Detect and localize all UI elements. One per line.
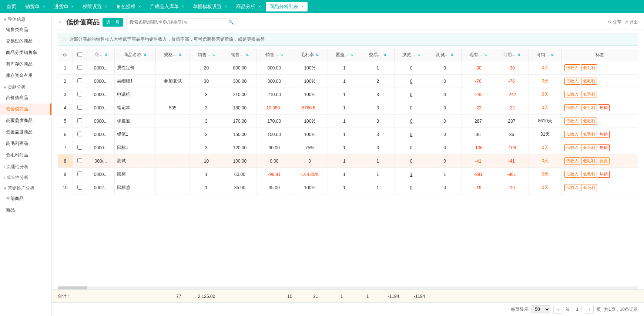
search-icon[interactable]: 🔍 xyxy=(228,20,234,25)
row-checkbox[interactable] xyxy=(77,158,82,163)
cell-view1[interactable]: 0 xyxy=(395,128,428,141)
view1-link[interactable]: 0 xyxy=(410,105,413,111)
next-page-btn[interactable]: › xyxy=(585,305,594,314)
h-scrollbar-thumb[interactable] xyxy=(58,286,87,289)
th-stock1[interactable]: 现有... ⇅ xyxy=(462,49,495,61)
sidebar-item-low-profit[interactable]: 低毛利商品 xyxy=(0,149,51,161)
cell-view1[interactable]: 0 xyxy=(395,154,428,168)
cell-checkbox[interactable] xyxy=(73,154,87,168)
sidebar-item-traded-goods[interactable]: 交易过的商品 xyxy=(0,35,51,47)
sidebar-item-category-rate[interactable]: 商品分类销售率 xyxy=(0,47,51,58)
th-sales1[interactable]: 销售... ⇅ xyxy=(223,49,256,61)
h-scrollbar-track[interactable] xyxy=(58,286,638,289)
close-sales-icon[interactable]: × xyxy=(43,4,45,9)
view1-link[interactable]: 0 xyxy=(410,159,413,164)
close-analysis-icon[interactable]: × xyxy=(258,4,261,9)
group-overall[interactable]: ∨ 整体信息 xyxy=(0,13,51,24)
th-view2[interactable]: 浏览... ⇅ xyxy=(428,49,461,61)
row-checkbox[interactable] xyxy=(77,171,82,176)
cell-view1[interactable]: 0 xyxy=(395,101,428,115)
cell-view1[interactable]: 0 xyxy=(395,141,428,154)
cell-checkbox[interactable] xyxy=(73,115,87,128)
sidebar-item-high-coverage[interactable]: 高覆盖度商品 xyxy=(0,115,51,126)
nav-home[interactable]: 首页 xyxy=(3,2,20,11)
sidebar-item-new-goods[interactable]: 新品 xyxy=(0,204,51,216)
group-contribution[interactable]: ∨ 贡献分析 xyxy=(0,81,51,92)
th-view1[interactable]: 浏览... ⇅ xyxy=(395,49,428,61)
row-checkbox[interactable] xyxy=(77,105,82,110)
nav-template[interactable]: 单据模板设置 × xyxy=(189,2,231,11)
th-trade[interactable]: 交易... ⇅ xyxy=(361,49,394,61)
view1-link[interactable]: 0 xyxy=(410,65,413,71)
row-checkbox[interactable] xyxy=(77,132,82,136)
nav-purchase[interactable]: 进货单 × xyxy=(50,2,78,11)
cell-checkbox[interactable] xyxy=(73,61,87,75)
view1-link[interactable]: 0 xyxy=(410,145,413,150)
view1-link[interactable]: 0 xyxy=(410,79,413,84)
row-checkbox[interactable] xyxy=(77,78,82,83)
close-template-icon[interactable]: × xyxy=(225,4,227,9)
th-tags[interactable]: 标签 xyxy=(562,49,638,61)
close-purchase-icon[interactable]: × xyxy=(71,4,74,9)
view1-link[interactable]: 0 xyxy=(410,132,413,137)
cell-checkbox[interactable] xyxy=(73,128,87,141)
nav-goods-analysis-list[interactable]: 商品分析列表 × xyxy=(266,2,308,11)
sidebar-item-low-coverage[interactable]: 低覆盖度商品 xyxy=(0,126,51,138)
cell-view1[interactable]: 0 xyxy=(395,75,428,88)
cell-checkbox[interactable] xyxy=(73,141,87,154)
th-profit-rate[interactable]: 毛利率 ⇅ xyxy=(292,49,328,61)
sidebar-item-low-value[interactable]: 低价值商品 xyxy=(0,103,51,115)
nav-goods-analysis[interactable]: 商品分析 × xyxy=(232,2,265,11)
sidebar-item-high-profit[interactable]: 高毛利商品 xyxy=(0,138,51,149)
group-growth[interactable]: › 成长性分析 xyxy=(0,171,51,182)
time-filter-btn[interactable]: 近一月 xyxy=(103,18,123,27)
cell-checkbox[interactable] xyxy=(73,75,87,88)
close-permissions-icon[interactable]: × xyxy=(105,4,107,9)
export-btn[interactable]: ↗ 导出 xyxy=(624,19,638,26)
cell-checkbox[interactable] xyxy=(73,88,87,101)
row-checkbox[interactable] xyxy=(77,118,82,123)
nav-sales[interactable]: 销货单 × xyxy=(21,2,49,11)
sidebar-item-all-goods[interactable]: 全部商品 xyxy=(0,193,51,204)
search-input[interactable] xyxy=(130,20,228,25)
cell-view1[interactable]: 1 xyxy=(395,168,428,181)
th-coverage[interactable]: 覆盖... ⇅ xyxy=(328,49,361,61)
sidebar-item-capital[interactable]: 库存资金占用 xyxy=(0,70,51,81)
nav-role-auth[interactable]: 角色授权 × xyxy=(113,2,145,11)
view1-link[interactable]: 0 xyxy=(410,185,413,190)
th-settings[interactable]: ⚙ xyxy=(58,49,73,61)
cell-view1[interactable]: 0 xyxy=(395,88,428,101)
nav-product-entry[interactable]: 产成品入库单 × xyxy=(146,2,188,11)
th-spec[interactable]: 规格... ⇅ xyxy=(156,49,189,61)
th-qty[interactable]: 销售... ⇅ xyxy=(189,49,223,61)
share-btn[interactable]: ⟳ 分享 xyxy=(608,19,621,26)
per-page-select[interactable]: 50 100 200 xyxy=(531,305,550,313)
cell-checkbox[interactable] xyxy=(73,168,87,181)
first-page-btn[interactable]: ‹‹ xyxy=(553,305,562,314)
th-stock2[interactable]: 可用... ⇅ xyxy=(495,49,528,61)
cell-view1[interactable]: 0 xyxy=(395,115,428,128)
row-checkbox[interactable] xyxy=(77,92,82,96)
view1-link[interactable]: 0 xyxy=(410,92,413,97)
cell-checkbox[interactable] xyxy=(73,181,87,194)
view1-link[interactable]: 0 xyxy=(410,119,413,124)
row-checkbox[interactable] xyxy=(77,145,82,150)
cell-view1[interactable]: 0 xyxy=(395,61,428,75)
group-liquidity[interactable]: › 流通性分析 xyxy=(0,161,51,171)
sidebar-item-stock-goods[interactable]: 有库存的商品 xyxy=(0,58,51,70)
search-bar[interactable]: 🔍 xyxy=(126,18,237,26)
close-analysis-list-icon[interactable]: × xyxy=(301,4,304,9)
close-role-icon[interactable]: × xyxy=(138,4,141,9)
th-checkbox[interactable] xyxy=(73,49,87,61)
row-checkbox[interactable] xyxy=(77,65,82,70)
row-checkbox[interactable] xyxy=(77,185,82,190)
nav-permissions[interactable]: 权限设置 × xyxy=(79,2,111,11)
sidebar-collapse-btn[interactable]: « xyxy=(58,20,63,25)
cell-view1[interactable]: 0 xyxy=(395,181,428,194)
th-stock3[interactable]: 可销... ⇅ xyxy=(529,49,562,61)
group-marketing[interactable]: ∨ 营销推广分析 xyxy=(0,182,51,193)
sidebar-item-high-value[interactable]: 高价值商品 xyxy=(0,92,51,103)
th-code[interactable]: 商... ⇅ xyxy=(87,49,114,61)
th-name[interactable]: 商品名称 ⇅ xyxy=(114,49,155,61)
sidebar-item-sales-goods[interactable]: 销售类商品 xyxy=(0,24,51,35)
